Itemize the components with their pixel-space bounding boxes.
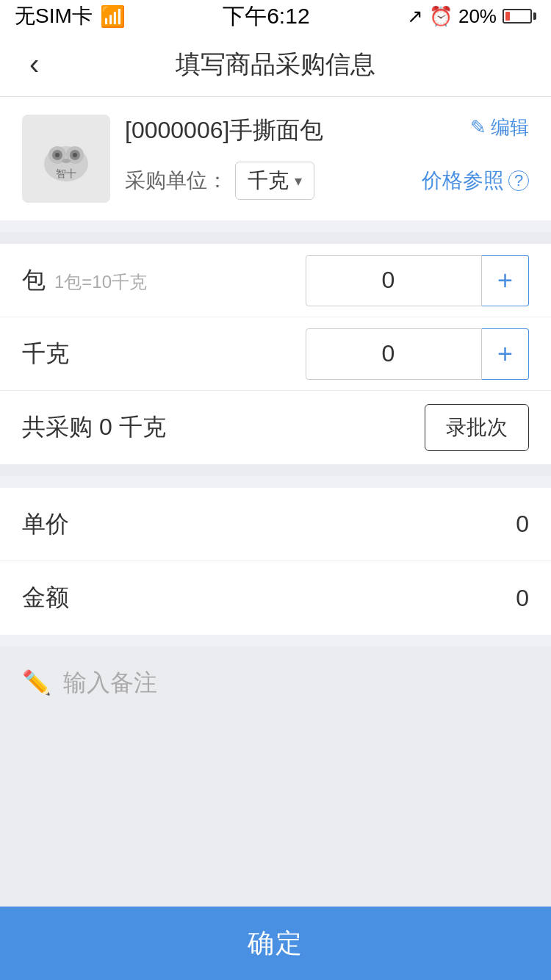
edit-button[interactable]: ✎ 编辑	[470, 115, 529, 140]
summary-text: 共采购 0 千克	[22, 411, 425, 444]
product-info: [0000006]手撕面包 ✎ 编辑 采购单位： 千克 ▾ 价格参照 ?	[125, 115, 529, 200]
notes-placeholder: 输入备注	[63, 667, 157, 699]
section-divider-1	[0, 232, 551, 244]
bao-sublabel: 1包=10千克	[54, 270, 147, 294]
help-icon: ?	[508, 170, 529, 191]
page-title: 填写商品采购信息	[176, 48, 375, 82]
unit-value: 千克	[248, 167, 289, 195]
bao-plus-button[interactable]: +	[482, 255, 529, 306]
bao-label: 包	[22, 264, 46, 297]
chevron-down-icon: ▾	[295, 172, 302, 190]
main-content: 智十 [0000006]手撕面包 ✎ 编辑 采购单位： 千克 ▾	[0, 97, 551, 980]
svg-text:智十: 智十	[56, 167, 76, 179]
unit-select[interactable]: 千克 ▾	[235, 162, 314, 200]
amount-label: 金额	[22, 582, 516, 614]
status-right: ↗ ⏰ 20%	[407, 5, 536, 28]
product-header: [0000006]手撕面包 ✎ 编辑	[125, 115, 529, 147]
product-unit-row: 采购单位： 千克 ▾ 价格参照 ?	[125, 162, 529, 200]
amount-value: 0	[516, 585, 529, 612]
status-time: 下午6:12	[223, 1, 309, 32]
bao-label-group: 包 1包=10千克	[22, 264, 147, 297]
kilogram-plus-button[interactable]: +	[482, 328, 529, 380]
summary-row: 共采购 0 千克 录批次	[0, 391, 551, 464]
product-image: 智十	[22, 115, 110, 203]
carrier-label: 无SIM卡	[15, 2, 93, 30]
batch-button[interactable]: 录批次	[425, 404, 529, 451]
confirm-button[interactable]: 确定	[0, 907, 551, 980]
bao-qty-group: +	[306, 255, 529, 306]
nav-bar: ‹ 填写商品采购信息	[0, 32, 551, 97]
edit-label: 编辑	[491, 115, 529, 140]
kilogram-qty-group: +	[306, 328, 529, 380]
svg-point-6	[73, 153, 77, 157]
input-section: 包 1包=10千克 + 千克 + 共采购 0 千克 录批次	[0, 244, 551, 464]
kilogram-label: 千克	[22, 338, 69, 370]
kilogram-label-group: 千克	[22, 338, 125, 370]
amount-row: 金额 0	[0, 561, 551, 635]
svg-point-5	[55, 153, 60, 157]
pencil-icon: ✏️	[22, 669, 51, 696]
battery-icon	[503, 9, 536, 24]
unit-price-label: 单价	[22, 508, 516, 541]
price-reference-button[interactable]: 价格参照 ?	[422, 167, 529, 195]
bao-quantity-input[interactable]	[306, 255, 482, 306]
alarm-icon: ⏰	[429, 5, 453, 28]
product-owl-logo: 智十	[37, 127, 96, 186]
bao-input-row: 包 1包=10千克 +	[0, 244, 551, 317]
edit-icon: ✎	[470, 116, 486, 139]
location-icon: ↗	[407, 5, 423, 28]
unit-price-row: 单价 0	[0, 488, 551, 561]
back-button[interactable]: ‹	[22, 40, 46, 88]
product-name: [0000006]手撕面包	[125, 115, 470, 147]
svg-point-7	[62, 159, 71, 163]
kilogram-quantity-input[interactable]	[306, 328, 482, 380]
product-card: 智十 [0000006]手撕面包 ✎ 编辑 采购单位： 千克 ▾	[0, 97, 551, 220]
status-bar: 无SIM卡 📶 下午6:12 ↗ ⏰ 20%	[0, 0, 551, 32]
kilogram-input-row: 千克 +	[0, 317, 551, 391]
status-left: 无SIM卡 📶	[15, 2, 126, 30]
notes-area[interactable]: ✏️ 输入备注	[0, 646, 551, 735]
price-section: 单价 0 金额 0	[0, 488, 551, 635]
battery-percent: 20%	[458, 5, 497, 28]
wifi-icon: 📶	[100, 4, 126, 29]
section-divider-2	[0, 464, 551, 476]
unit-price-value: 0	[516, 511, 529, 538]
unit-label: 采购单位：	[125, 167, 228, 195]
price-ref-label: 价格参照	[422, 167, 504, 195]
